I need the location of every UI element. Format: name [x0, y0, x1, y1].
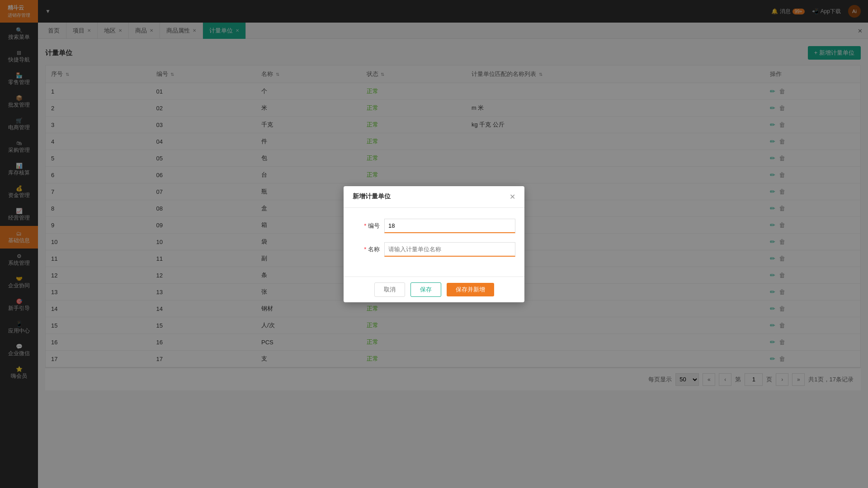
modal-footer: 取消 保存 保存并新增: [344, 277, 524, 302]
modal-close-btn[interactable]: ✕: [509, 192, 515, 201]
code-label: * 编号: [353, 222, 380, 230]
modal-title: 新增计量单位: [353, 192, 391, 201]
modal-body: * 编号 * 名称: [344, 208, 524, 277]
save-button[interactable]: 保存: [410, 282, 441, 297]
form-row-code: * 编号: [353, 219, 515, 233]
name-label: * 名称: [353, 245, 380, 253]
add-unit-modal: 新增计量单位 ✕ * 编号 * 名称 取消 保存 保存并新增: [344, 186, 524, 302]
save-and-new-button[interactable]: 保存并新增: [447, 283, 494, 296]
modal-header: 新增计量单位 ✕: [344, 186, 524, 208]
form-row-name: * 名称: [353, 242, 515, 257]
name-input[interactable]: [384, 242, 515, 257]
code-input[interactable]: [384, 219, 515, 233]
modal-overlay[interactable]: 新增计量单位 ✕ * 编号 * 名称 取消 保存 保存并新增: [0, 0, 868, 488]
cancel-button[interactable]: 取消: [374, 282, 405, 297]
